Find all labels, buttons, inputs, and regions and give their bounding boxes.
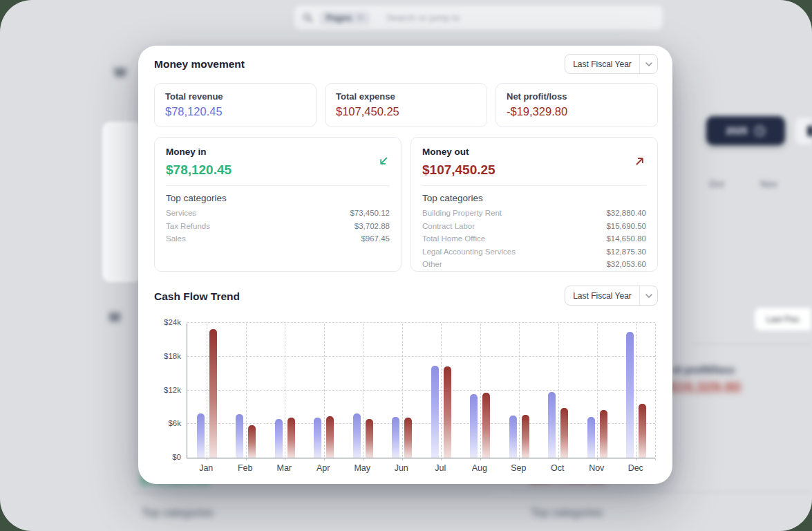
category-amount: $32,880.40 bbox=[606, 207, 646, 220]
x-axis-tick-label: Mar bbox=[265, 463, 303, 473]
stat-value: $78,120.45 bbox=[165, 105, 305, 118]
year-selector-label: 2025 bbox=[726, 125, 747, 136]
global-search-bar[interactable]: Pages ✕ Search or jump to bbox=[294, 5, 663, 30]
stat-label: Total revenue bbox=[165, 91, 305, 102]
cash-flow-period-dropdown[interactable]: Last Fiscal Year bbox=[565, 286, 658, 306]
y-axis-tick-label: $24k bbox=[138, 318, 181, 326]
bg-divider-bottom-right bbox=[511, 492, 812, 492]
chevron-down-icon[interactable] bbox=[639, 286, 657, 305]
bar-money-out-mar bbox=[287, 418, 295, 458]
app-page: Pages ✕ Search or jump to W M 2025 Oct N… bbox=[0, 0, 812, 531]
stat-card-total-expense: Total expense $107,450.25 bbox=[325, 83, 487, 127]
gridline-vertical bbox=[363, 324, 363, 460]
x-axis-tick-label: Jan bbox=[187, 463, 225, 473]
category-amount: $32,053.60 bbox=[606, 258, 646, 271]
gridline-vertical bbox=[636, 324, 637, 460]
money-cards-row: Money in $78,120.45 Top categories Servi… bbox=[154, 137, 658, 272]
bar-money-in-apr bbox=[314, 418, 321, 458]
y-axis-tick-label: $6k bbox=[138, 419, 181, 427]
modal-title: Money movement bbox=[154, 58, 245, 71]
gridline-horizontal bbox=[187, 423, 655, 424]
y-axis-tick-label: $0 bbox=[138, 453, 181, 461]
category-name: Legal Accounting Services bbox=[422, 245, 516, 259]
bar-money-out-jul bbox=[444, 366, 451, 458]
bg-divider-right-top bbox=[691, 344, 812, 344]
bg-partial-button[interactable] bbox=[795, 118, 812, 145]
x-axis-tick-label: May bbox=[343, 463, 381, 473]
stat-label: Net profit/loss bbox=[507, 91, 647, 102]
year-selector-button[interactable]: 2025 bbox=[706, 116, 785, 145]
list-item: Services $73,450.12 bbox=[166, 207, 390, 220]
category-name: Sales bbox=[166, 232, 186, 245]
cash-flow-trend-title: Cash Flow Trend bbox=[154, 290, 240, 303]
gridline-vertical bbox=[207, 324, 207, 460]
gridline-horizontal bbox=[187, 390, 655, 391]
bg-section-heading-bottom: M bbox=[109, 310, 120, 325]
stats-row: Total revenue $78,120.45 Total expense $… bbox=[154, 83, 658, 127]
bg-net-profit-label: et profit/loss bbox=[672, 364, 735, 375]
bg-period-dropdown[interactable]: Last Fisc bbox=[754, 307, 812, 331]
bar-money-in-jun bbox=[392, 417, 399, 458]
category-name: Building Property Rent bbox=[422, 207, 502, 220]
category-name: Tax Refunds bbox=[166, 220, 210, 233]
bar-money-out-may bbox=[366, 419, 373, 458]
bar-money-in-sep bbox=[509, 416, 517, 458]
list-item: Sales $967.45 bbox=[166, 232, 390, 245]
money-movement-period-dropdown[interactable]: Last Fiscal Year bbox=[565, 54, 658, 74]
bar-money-out-apr bbox=[326, 416, 334, 458]
bar-money-in-oct bbox=[548, 392, 556, 458]
bg-top-categories-left: Top categories bbox=[142, 507, 214, 519]
x-axis-tick-label: Oct bbox=[538, 463, 577, 473]
stat-card-total-revenue: Total revenue $78,120.45 bbox=[154, 83, 317, 127]
gridline-vertical bbox=[402, 324, 403, 460]
bar-money-out-jun bbox=[404, 418, 412, 458]
category-amount: $15,690.50 bbox=[606, 220, 646, 233]
category-amount: $12,875.30 bbox=[606, 245, 646, 259]
list-item: Total Home Office $14,650.80 bbox=[422, 232, 646, 245]
list-item: Contract Labor $15,690.50 bbox=[422, 220, 646, 233]
bar-money-out-jan bbox=[209, 329, 217, 458]
gridline-vertical bbox=[246, 324, 247, 460]
money-in-value: $78,120.45 bbox=[166, 162, 390, 178]
category-name: Contract Labor bbox=[422, 220, 475, 233]
money-in-title: Money in bbox=[166, 147, 390, 157]
divider bbox=[422, 185, 646, 186]
bg-net-profit-value: -$19,329.80 bbox=[663, 379, 741, 395]
clock-icon bbox=[754, 125, 766, 137]
close-icon[interactable]: ✕ bbox=[357, 13, 363, 22]
x-axis-tick-label: Aug bbox=[460, 463, 499, 473]
search-chip-label: Pages bbox=[326, 13, 352, 23]
bg-card-left bbox=[102, 122, 142, 282]
money-in-category-list: Services $73,450.12 Tax Refunds $3,702.8… bbox=[166, 207, 390, 245]
bar-money-in-jul bbox=[431, 366, 439, 458]
money-out-title: Money out bbox=[422, 147, 646, 157]
bar-money-out-sep bbox=[522, 415, 529, 458]
search-filter-chip[interactable]: Pages ✕ bbox=[320, 11, 370, 25]
bar-money-in-mar bbox=[275, 419, 283, 458]
stat-label: Total expense bbox=[336, 91, 476, 102]
x-axis-tick-label: Feb bbox=[226, 463, 265, 473]
stat-card-net-profit-loss: Net profit/loss -$19,329.80 bbox=[495, 83, 658, 127]
money-out-category-list: Building Property Rent $32,880.40 Contra… bbox=[422, 207, 646, 271]
category-amount: $967.45 bbox=[361, 232, 390, 245]
search-input[interactable]: Search or jump to bbox=[386, 12, 460, 23]
bg-axis-label-oct: Oct bbox=[709, 178, 724, 189]
bar-money-in-dec bbox=[626, 332, 634, 458]
x-axis-tick-label: Apr bbox=[304, 463, 343, 473]
gridline-vertical bbox=[441, 324, 442, 460]
chevron-down-icon[interactable] bbox=[639, 55, 657, 73]
y-axis-tick-label: $18k bbox=[138, 352, 181, 360]
bg-section-heading-top: W bbox=[114, 65, 126, 80]
list-item: Building Property Rent $32,880.40 bbox=[422, 207, 646, 220]
list-item: Legal Accounting Services $12,875.30 bbox=[422, 245, 646, 259]
bar-money-out-dec bbox=[639, 404, 646, 458]
money-movement-modal: Money movement Last Fiscal Year Total re… bbox=[138, 46, 672, 484]
x-axis-tick-label: Sep bbox=[499, 463, 538, 473]
period-dropdown-label: Last Fiscal Year bbox=[565, 286, 639, 305]
category-name: Other bbox=[422, 258, 442, 271]
gridline-horizontal bbox=[187, 356, 655, 357]
search-icon bbox=[303, 12, 313, 23]
gridline-vertical bbox=[480, 324, 481, 460]
x-axis-tick-label: Dec bbox=[616, 463, 655, 473]
money-out-value: $107,450.25 bbox=[422, 162, 646, 178]
